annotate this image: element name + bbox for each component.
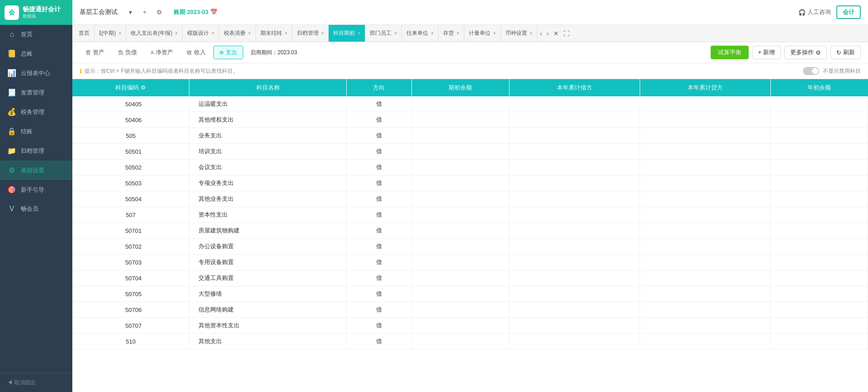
sidebar-item-member[interactable]: V 畅会员 [0,199,72,218]
sidebar-item-ledger[interactable]: 📒 总账 [0,44,72,63]
tab-bar: 首页ξ(中期)×收入支出表(年报)×模版设计×税表清册×期末结转×归档管理×科目… [72,25,868,42]
sidebar-nav: ⌂ 首页 📒 总账 📊 云报表中心 🧾 发票管理 💰 税务管理 🔒 结账 📁 归… [0,25,72,373]
tab-close-mid[interactable]: × [118,31,121,36]
tab-period[interactable]: 期末结转× [256,25,292,42]
tab-stock[interactable]: 存货× [439,25,464,42]
tab-close-stock[interactable]: × [457,31,459,36]
tab-scroll-right[interactable]: › [545,29,551,38]
tab-close-subjectperiod[interactable]: × [358,31,360,36]
tab-close-currency[interactable]: × [530,31,533,36]
tab-template[interactable]: 模版设计× [183,25,219,42]
cell-ytd-credit-2 [640,128,770,144]
refresh-button[interactable]: ↻ 刷新 [830,46,861,59]
tab-contacts[interactable]: 往来单位× [402,25,439,42]
cell-opening-12 [411,286,509,302]
table-row[interactable]: 505 业务支出 借 [72,128,868,144]
cell-ytd-debit-8 [509,223,640,239]
table-row[interactable]: 50702 办公设备购置 借 [72,239,868,255]
sub-tab-expense[interactable]: ⊕ 支出 [213,46,243,59]
sidebar-item-invoice[interactable]: 🧾 发票管理 [0,83,72,102]
tab-label-archivemgmt: 归档管理 [297,29,319,37]
table-row[interactable]: 50707 其他资本性支出 借 [72,318,868,334]
sidebar-item-tax[interactable]: 💰 税务管理 [0,102,72,122]
table-row[interactable]: 50706 信息网络购建 借 [72,302,868,318]
cell-name-12: 大型修缮 [189,286,347,302]
sidebar: 会 畅捷通好会计 旗舰版 ⌂ 首页 📒 总账 📊 云报表中心 🧾 发票管理 💰 … [0,0,72,392]
table-row[interactable]: 50705 大型修缮 借 [72,286,868,302]
sub-tab-income2[interactable]: 收 收入 [181,46,212,59]
col-settings-icon[interactable]: ⚙ [141,84,146,91]
tab-home[interactable]: 首页 [74,25,94,42]
subject-table: 科目编码 ⚙科目名称方向期初余额本年累计借方本年累计贷方年初余额 50405 运… [72,79,868,349]
toggle-disabled-subjects[interactable] [803,67,819,75]
settings-icon[interactable]: ⚙ [154,7,165,18]
table-row[interactable]: 50501 培训支出 借 [72,144,868,160]
user-role-button[interactable]: 会计 [836,5,861,19]
sidebar-item-archive[interactable]: 📁 归档管理 [0,141,72,161]
sidebar-label-reports: 云报表中心 [21,69,50,77]
sidebar-item-reports[interactable]: 📊 云报表中心 [0,63,72,83]
table-row[interactable]: 50704 交通工具购置 借 [72,270,868,286]
tab-close-period[interactable]: × [285,31,288,36]
col-header-1: 科目名称 [189,79,347,96]
table-row[interactable]: 50405 运温暖支出 借 [72,96,868,112]
add-tab-icon[interactable]: ＋ [139,7,150,18]
sidebar-footer-collapse[interactable]: ◀ 取消固定 [0,373,72,392]
cell-opening-14 [411,318,509,334]
cell-dir-4: 借 [347,160,411,175]
col-header-6: 年初余额 [771,79,868,96]
tab-currency[interactable]: 币种设置× [501,25,538,42]
sub-tab-icon-netasset: ≡ [151,49,154,56]
topbar: 基层工会测试 ▾ ＋ ⚙ 账期 2023-03 📅 🎧 人工咨询 会计 [72,0,868,25]
table-row[interactable]: 50406 其他维权支出 借 [72,112,868,128]
dropdown-icon[interactable]: ▾ [125,7,136,18]
table-row[interactable]: 507 资本性支出 借 [72,207,868,223]
cell-name-13: 信息网络购建 [189,302,347,318]
tab-close-all[interactable]: ✕ [552,29,561,38]
cell-name-0: 运温暖支出 [189,96,347,112]
sub-tab-label-liability: 负债 [125,48,137,57]
tab-taxclear[interactable]: 税表清册× [219,25,256,42]
sidebar-item-settings[interactable]: ⚙ 基础设置 [0,161,72,180]
help-button[interactable]: 🎧 人工咨询 [798,8,831,16]
tab-close-taxclear[interactable]: × [248,31,251,36]
cell-code-13: 50706 [72,302,189,318]
sidebar-label-member: 畅会员 [21,205,38,213]
calc-balance-button[interactable]: 试算平衡 [711,46,749,59]
sub-tab-label-income2: 收入 [194,48,206,57]
cell-code-8: 50701 [72,223,189,239]
period-info: 启用期间：2023.03 [250,49,297,57]
sidebar-item-close[interactable]: 🔒 结账 [0,122,72,141]
tab-close-contacts[interactable]: × [431,31,434,36]
sidebar-item-home[interactable]: ⌂ 首页 [0,25,72,44]
tab-expand[interactable]: ⛶ [561,29,571,38]
tab-close-archivemgmt[interactable]: × [321,31,324,36]
table-row[interactable]: 50703 专用设备购置 借 [72,255,868,270]
cell-year-begin-2 [771,128,868,144]
tab-close-unit[interactable]: × [493,31,496,36]
table-row[interactable]: 50502 会议支出 借 [72,160,868,175]
sub-tab-asset[interactable]: 资 资产 [80,46,110,59]
tab-archivemgmt[interactable]: 归档管理× [292,25,329,42]
tab-deptstaff[interactable]: 部门员工× [365,25,402,42]
sub-tab-netasset[interactable]: ≡ 净资产 [145,46,179,59]
tab-close-deptstaff[interactable]: × [394,31,397,36]
tab-unit[interactable]: 计量单位× [464,25,501,42]
tab-close-income[interactable]: × [175,31,178,36]
tab-mid[interactable]: ξ(中期)× [94,25,126,42]
sidebar-icon-invoice: 🧾 [7,88,16,97]
table-row[interactable]: 50504 其他业务支出 借 [72,191,868,207]
sidebar-item-guide[interactable]: 🎯 新手引导 [0,180,72,199]
tab-subjectperiod[interactable]: 科目期初× [329,25,365,42]
tab-income[interactable]: 收入支出表(年报)× [126,25,183,42]
sub-tab-liability[interactable]: 负 负债 [112,46,143,59]
tab-close-template[interactable]: × [212,31,214,36]
sidebar-icon-home: ⌂ [7,30,16,38]
table-row[interactable]: 50503 专项业务支出 借 [72,175,868,191]
add-button[interactable]: + 新增 [752,46,781,59]
table-row[interactable]: 510 其他支出 借 [72,334,868,349]
more-ops-button[interactable]: 更多操作 ⚙ [784,46,827,59]
tab-scroll-left[interactable]: ‹ [538,29,544,38]
table-row[interactable]: 50701 房屋建筑物购建 借 [72,223,868,239]
sidebar-label-close: 结账 [21,128,33,136]
